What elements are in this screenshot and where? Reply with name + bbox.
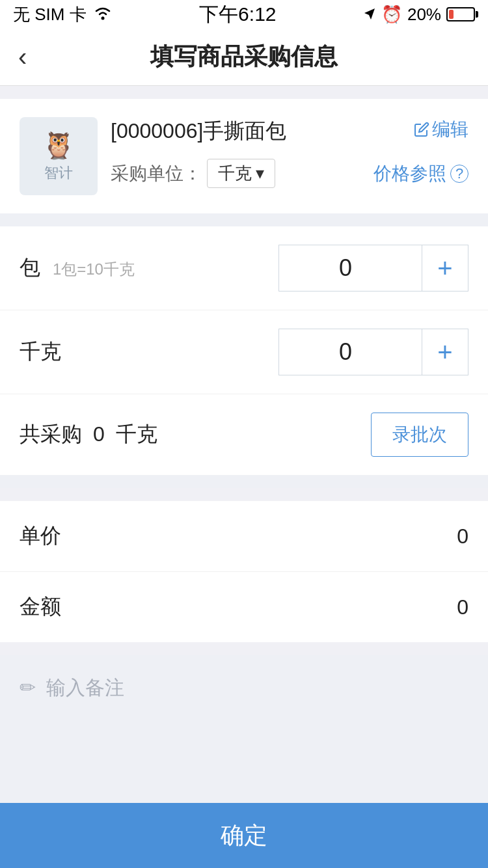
product-info: [0000006]手撕面包 编辑 采购单位： 千克 ▾ 价格参照 ? (111, 117, 468, 188)
wifi-icon (93, 5, 113, 25)
battery-percent: 20% (407, 5, 441, 25)
kg-input-row: 千克 + (0, 310, 488, 394)
summary-row: 共采购 0 千克 录批次 (0, 394, 488, 475)
kg-input[interactable] (278, 329, 422, 375)
price-ref-label: 价格参照 (373, 161, 446, 186)
notes-section[interactable]: ✏ 输入备注 (0, 655, 488, 746)
status-bar-left: 无 SIM 卡 (13, 3, 113, 26)
bag-input-row: 包 1包=10千克 + (0, 226, 488, 310)
svg-point-0 (101, 16, 104, 20)
product-logo-text: 智计 (44, 163, 73, 183)
kg-input-section: 千克 + (0, 310, 488, 394)
info-section: 单价 0 金额 0 (0, 501, 488, 642)
divider-2 (0, 475, 488, 488)
summary-text: 共采购 0 千克 (20, 420, 157, 449)
bag-input-section: 包 1包=10千克 + (0, 226, 488, 310)
page-title: 填写商品采购信息 (150, 41, 338, 73)
price-ref-button[interactable]: 价格参照 ? (373, 161, 468, 186)
product-name: [0000006]手撕面包 (111, 117, 286, 146)
unit-select[interactable]: 千克 ▾ (207, 159, 275, 188)
back-button[interactable]: ‹ (18, 42, 27, 72)
chevron-down-icon: ▾ (256, 163, 264, 183)
amount-label: 金额 (20, 593, 61, 621)
bag-plus-button[interactable]: + (422, 245, 468, 292)
amount-row: 金额 0 (0, 572, 488, 642)
pencil-icon: ✏ (20, 676, 36, 699)
unit-value: 千克 (218, 162, 252, 185)
kg-label: 千克 (20, 340, 61, 363)
status-bar: 无 SIM 卡 下午6:12 ⏰ 20% (0, 0, 488, 29)
unit-price-row: 单价 0 (0, 501, 488, 572)
notes-placeholder: 输入备注 (46, 675, 124, 701)
alarm-icon: ⏰ (381, 5, 402, 25)
bag-sublabel: 1包=10千克 (53, 260, 135, 278)
battery-icon (446, 7, 475, 21)
confirm-btn-wrapper: 确定 (0, 803, 488, 868)
bag-input-wrapper: + (278, 245, 468, 292)
kg-plus-button[interactable]: + (422, 329, 468, 375)
divider-1 (0, 213, 488, 226)
unit-label: 采购单位： (111, 161, 202, 186)
amount-value: 0 (457, 595, 468, 619)
unit-price-label: 单价 (20, 522, 61, 550)
carrier-text: 无 SIM 卡 (13, 3, 87, 26)
status-bar-right: ⏰ 20% (363, 5, 475, 25)
nav-bar: ‹ 填写商品采购信息 (0, 29, 488, 86)
unit-price-value: 0 (457, 524, 468, 549)
batch-button[interactable]: 录批次 (371, 413, 468, 457)
bag-input[interactable] (278, 245, 422, 292)
location-icon (363, 5, 376, 25)
status-bar-time: 下午6:12 (199, 1, 276, 28)
product-logo-owl: 🦉 (42, 130, 75, 161)
edit-button[interactable]: 编辑 (414, 117, 468, 142)
product-card: 🦉 智计 [0000006]手撕面包 编辑 采购单位： 千克 ▾ (0, 99, 488, 213)
confirm-button[interactable]: 确定 (0, 803, 488, 868)
bag-label: 包 (20, 256, 40, 279)
price-ref-help-icon: ? (450, 165, 468, 183)
kg-input-wrapper: + (278, 329, 468, 375)
product-image: 🦉 智计 (20, 117, 98, 195)
